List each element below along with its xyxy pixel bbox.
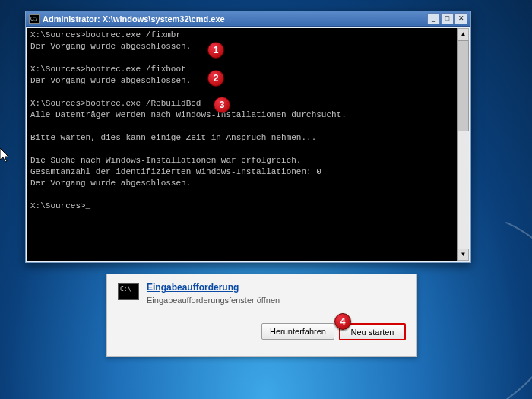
step-badge-3: 3 (214, 97, 230, 113)
step-badge-2: 2 (207, 70, 224, 87)
cmd-titlebar[interactable]: C:\ Administrator: X:\windows\system32\c… (26, 11, 470, 27)
scrollbar[interactable]: ▲ ▼ (457, 28, 469, 261)
scroll-up-button[interactable]: ▲ (458, 28, 469, 40)
cmd-prompt-desc: Eingabeaufforderungsfenster öffnen (147, 296, 280, 305)
maximize-button[interactable]: □ (441, 13, 454, 24)
step-badge-4: 4 (334, 313, 351, 330)
recovery-panel: C:\ Eingabeaufforderung Eingabeaufforder… (106, 274, 417, 357)
scroll-track[interactable] (458, 131, 469, 249)
cmd-prompt-icon: C:\ (118, 283, 139, 300)
close-button[interactable]: ✕ (454, 13, 467, 24)
scroll-thumb[interactable] (458, 40, 469, 131)
minimize-button[interactable]: _ (427, 13, 440, 24)
cmd-icon: C:\ (29, 14, 40, 24)
cursor-icon (0, 148, 11, 163)
step-badge-1: 1 (207, 42, 224, 59)
cmd-window: C:\ Administrator: X:\windows\system32\c… (25, 11, 471, 263)
cmd-prompt-link[interactable]: Eingabeaufforderung (147, 282, 280, 293)
cmd-title: Administrator: X:\windows\system32\cmd.e… (43, 14, 427, 24)
shutdown-button[interactable]: Herunterfahren (261, 323, 334, 340)
scroll-down-button[interactable]: ▼ (458, 249, 469, 261)
cmd-output[interactable]: X:\Sources>bootrec.exe /fixmbr Der Vorga… (27, 28, 457, 261)
cmd-body: X:\Sources>bootrec.exe /fixmbr Der Vorga… (27, 28, 469, 261)
